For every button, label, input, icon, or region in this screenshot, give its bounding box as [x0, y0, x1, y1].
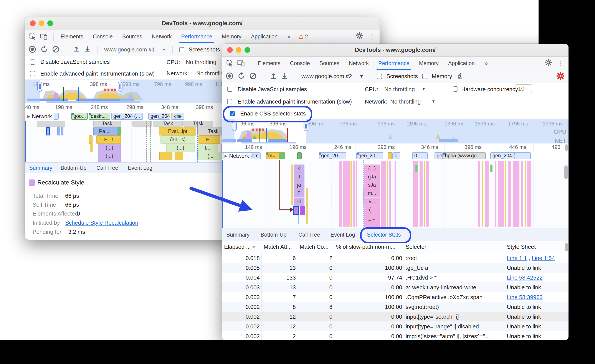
- scrollbar-thumb[interactable]: [565, 144, 568, 151]
- settings-gear-icon[interactable]: [356, 32, 363, 41]
- titlebar[interactable]: DevTools - www.google.com/: [222, 44, 568, 57]
- network-track-label[interactable]: ▶Network: [224, 153, 251, 159]
- kebab-menu-icon[interactable]: ⋮: [558, 59, 564, 67]
- network-request[interactable]: gen_204: [148, 113, 170, 120]
- table-row[interactable]: 0.018 6 2 0.00 :root Line 1:1 , Line 1:5…: [222, 253, 568, 263]
- col-style-sheet[interactable]: Style Sheet: [507, 244, 536, 250]
- network-request[interactable]: gen_204 (...: [490, 152, 531, 159]
- network-request[interactable]: gen_204 (...: [111, 113, 143, 120]
- flame-chart[interactable]: K J ja F H (...) gJa sJa m... v... (... …: [222, 160, 568, 228]
- stylesheet-link[interactable]: Line 1:1: [507, 255, 527, 261]
- screenshots-checkbox[interactable]: [179, 47, 184, 52]
- network-request[interactable]: [297, 152, 302, 159]
- kebab-menu-icon[interactable]: ⋮: [369, 33, 375, 40]
- tab-elements[interactable]: Elements: [56, 30, 88, 43]
- network-track[interactable]: e.com ▶Network m=... gen_20... gen_20...…: [222, 152, 568, 161]
- selection-handle-left[interactable]: [37, 82, 42, 91]
- inspect-element-icon[interactable]: [29, 33, 36, 41]
- network-request[interactable]: [388, 152, 392, 159]
- tab-memory[interactable]: Memory: [414, 57, 443, 70]
- tab-console[interactable]: Console: [285, 57, 315, 70]
- tab-sources[interactable]: Sources: [315, 57, 344, 70]
- memory-checkbox[interactable]: [422, 74, 427, 79]
- reload-and-record-button[interactable]: [238, 72, 245, 81]
- table-row[interactable]: 0.003 7 0 100.00 .CqmPRe:active .oXqZxc …: [222, 292, 568, 302]
- tab-performance[interactable]: Performance: [374, 57, 414, 70]
- tab-sources[interactable]: Sources: [118, 30, 147, 43]
- timeline-overview[interactable]: 96 ms 396 ms 596 ms 796 ms 996 ms 1196 m…: [222, 119, 568, 143]
- network-request[interactable]: gen_20...: [356, 152, 383, 159]
- more-tabs-button[interactable]: »: [480, 57, 493, 70]
- tab-event-log[interactable]: Event Log: [331, 228, 355, 241]
- settings-gear-icon[interactable]: [545, 59, 552, 68]
- tab-event-log[interactable]: Event Log: [128, 163, 152, 173]
- tab-console[interactable]: Console: [88, 30, 118, 43]
- network-request[interactable]: m=...: [266, 152, 285, 159]
- tab-call-tree[interactable]: Call Tree: [298, 228, 320, 241]
- more-tabs-button[interactable]: »: [282, 30, 295, 43]
- stylesheet-link[interactable]: Line 58:42522: [507, 274, 543, 281]
- settings-gear-active-icon[interactable]: [556, 72, 565, 81]
- tab-bottom-up[interactable]: Bottom-Up: [61, 163, 86, 173]
- selection-handle-right[interactable]: [304, 121, 308, 131]
- col-match-count[interactable]: Match Co...: [300, 244, 329, 250]
- device-toolbar-icon[interactable]: [237, 59, 245, 67]
- screenshots-checkbox[interactable]: [377, 74, 382, 79]
- table-row[interactable]: 0.004 133 0 97.74 .HG1dvd > * Line 58:42…: [222, 273, 568, 282]
- tab-summary[interactable]: Summary: [226, 228, 249, 241]
- network-request[interactable]: goo...: [71, 113, 88, 120]
- table-row[interactable]: 0.002 2 0 0.00 img:is([sizes="auto" i], …: [222, 331, 568, 340]
- initiator-link[interactable]: Schedule Style Recalculation: [65, 219, 138, 226]
- inspect-element-icon[interactable]: [226, 59, 234, 67]
- network-track-label[interactable]: ▶Network: [27, 113, 54, 120]
- network-request[interactable]: c: [392, 152, 400, 159]
- load-profile-icon[interactable]: [270, 72, 277, 81]
- tab-call-tree[interactable]: Call Tree: [96, 163, 118, 173]
- network-request[interactable]: ge: [434, 152, 443, 159]
- scrollbar-thumb[interactable]: [564, 165, 568, 179]
- scrollbar-thumb[interactable]: [565, 243, 568, 251]
- tab-application[interactable]: Application: [246, 30, 282, 43]
- col-elapsed[interactable]: Elapsed ...: [224, 244, 251, 250]
- clear-recording-button[interactable]: [52, 46, 59, 54]
- tab-summary[interactable]: Summary: [29, 163, 52, 173]
- table-row[interactable]: 0.002 12 0 0.00 input[type="range" i]:di…: [222, 322, 568, 331]
- table-row[interactable]: 0.002 12 0 0.00 input[type="search" i] U…: [222, 312, 568, 322]
- network-request[interactable]: hpba (www.go...: [443, 152, 486, 159]
- history-select[interactable]: www.google.com #2: [301, 73, 352, 80]
- selected-event[interactable]: [46, 127, 50, 135]
- paint-instrumentation-checkbox[interactable]: [30, 71, 35, 76]
- selection-handle-left[interactable]: [232, 121, 237, 131]
- stylesheet-link[interactable]: Line 1:54: [531, 255, 555, 261]
- hardware-concurrency-input[interactable]: 10: [516, 84, 532, 93]
- tab-selector-stats[interactable]: Selector Stats: [367, 228, 401, 241]
- selection-handle-right[interactable]: [118, 82, 122, 91]
- network-request[interactable]: 0...: [412, 152, 428, 159]
- disable-js-checkbox[interactable]: [227, 87, 232, 92]
- tab-network[interactable]: Network: [344, 57, 374, 70]
- device-toolbar-icon[interactable]: [40, 33, 48, 41]
- gc-broom-icon[interactable]: [456, 72, 464, 81]
- tab-bottom-up[interactable]: Bottom-Up: [261, 228, 286, 241]
- network-request[interactable]: clie: [172, 113, 184, 120]
- table-row[interactable]: 0.002 8 8 100.00 svg:not(:root) Unable t…: [222, 302, 568, 312]
- disable-js-checkbox[interactable]: [30, 59, 35, 65]
- reload-and-record-button[interactable]: [40, 46, 48, 54]
- tab-memory[interactable]: Memory: [217, 30, 246, 43]
- tab-application[interactable]: Application: [443, 57, 480, 70]
- network-request[interactable]: gen_20...: [319, 152, 346, 159]
- cpu-throttle-select[interactable]: No throttling: [384, 86, 415, 93]
- save-profile-icon[interactable]: [281, 72, 288, 81]
- titlebar[interactable]: DevTools - www.google.com/: [25, 17, 380, 30]
- load-profile-icon[interactable]: [73, 46, 80, 54]
- tab-performance[interactable]: Performance: [176, 30, 217, 43]
- selected-event[interactable]: [293, 206, 299, 215]
- history-select[interactable]: www.google.com #1: [104, 46, 155, 53]
- tab-elements[interactable]: Elements: [253, 57, 285, 70]
- stylesheet-link[interactable]: Line 58:39963: [507, 294, 543, 301]
- issues-badge[interactable]: ⚠2: [298, 33, 308, 40]
- record-button[interactable]: [226, 72, 233, 81]
- css-selector-stats-checkbox[interactable]: ✓: [230, 111, 235, 116]
- paint-instrumentation-checkbox[interactable]: [227, 99, 232, 104]
- network-request[interactable]: deskt...: [89, 113, 110, 120]
